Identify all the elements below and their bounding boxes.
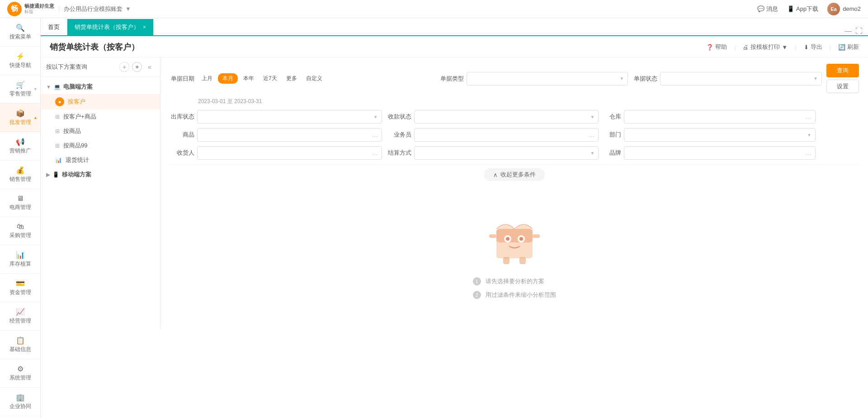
tip1-text: 请先选择要分析的方案 bbox=[486, 277, 544, 285]
sidebar-item-purchase-mgmt[interactable]: 🛍 采购管理 bbox=[0, 217, 40, 245]
ops-icon: 📈 bbox=[2, 308, 38, 316]
collapse-more-btn[interactable]: ∧ 收起更多条件 bbox=[484, 168, 545, 181]
dept-label: 部门 bbox=[603, 131, 621, 139]
inventory-icon: 📊 bbox=[2, 251, 38, 259]
download-icon: 📱 bbox=[787, 5, 794, 12]
sidebar-item-search-menu[interactable]: 🔍 搜索菜单 bbox=[0, 18, 40, 47]
grid-icon-3: ⊞ bbox=[55, 142, 60, 149]
tab-sales-stats[interactable]: 销货单统计表（按客户） × bbox=[67, 19, 154, 35]
doc-status-select[interactable]: ▼ bbox=[660, 72, 822, 86]
scheme-by-product[interactable]: ⊞ 按商品 bbox=[41, 124, 160, 138]
sidebar-item-ops-mgmt[interactable]: 📈 经营管理 bbox=[0, 302, 40, 331]
scheme-collect-btn[interactable]: ★ bbox=[132, 62, 142, 72]
sidebar-item-inventory[interactable]: 📊 库存核算 bbox=[0, 245, 40, 274]
doc-type-label: 单据类型 bbox=[439, 75, 464, 83]
settlement-select[interactable]: ▼ bbox=[414, 146, 599, 160]
tab-close-btn[interactable]: × bbox=[143, 24, 146, 30]
brand-input[interactable]: … bbox=[624, 146, 816, 160]
print-template-btn[interactable]: 🖨 按模板打印 ▼ bbox=[743, 43, 788, 51]
tab-maximize-btn[interactable]: ⛶ bbox=[855, 27, 863, 35]
settlement-dropdown-icon: ▼ bbox=[590, 151, 594, 156]
tab-minimize-btn[interactable]: — bbox=[844, 27, 852, 35]
expand-desktop-icon: ▼ bbox=[46, 84, 51, 90]
sidebar-item-basic-info[interactable]: 📋 基础信息 bbox=[0, 331, 40, 359]
help-btn[interactable]: ❓ 帮助 bbox=[706, 43, 727, 51]
active-circle-icon: ● bbox=[55, 97, 64, 106]
sidebar-item-marketing[interactable]: 📢 营销推广 bbox=[0, 132, 40, 161]
brand-name: 畅捷通好生意 bbox=[24, 3, 54, 9]
scheme-by-product-99[interactable]: ⊞ 按商品99 bbox=[41, 138, 160, 153]
svg-rect-9 bbox=[519, 257, 526, 264]
scheme-add-btn[interactable]: + bbox=[119, 62, 129, 72]
help-icon: ❓ bbox=[706, 44, 713, 51]
sidebar-item-retail-mgmt[interactable]: 🛒 零售管理 ▼ bbox=[0, 75, 40, 104]
mobile-group-node[interactable]: ▶ 📱 移动端方案 bbox=[41, 167, 160, 182]
page-title: 销货单统计表（按客户） bbox=[50, 42, 139, 52]
sidebar-item-sales-mgmt[interactable]: 💰 销售管理 bbox=[0, 161, 40, 189]
sidebar-item-enterprise[interactable]: 🏢 企业协同 bbox=[0, 388, 40, 416]
svg-point-4 bbox=[506, 237, 509, 241]
scheme-by-customer[interactable]: ● 按客户 bbox=[41, 94, 160, 109]
app-download-btn[interactable]: 📱 App下载 bbox=[787, 5, 818, 13]
sidebar-item-ecom-mgmt[interactable]: 🖥 电商管理 bbox=[0, 189, 40, 217]
date-tab-last7d[interactable]: 近7天 bbox=[259, 73, 281, 84]
date-tab-this-month[interactable]: 本月 bbox=[218, 73, 238, 84]
purchase-icon: 🛍 bbox=[2, 223, 38, 231]
consignee-input[interactable]: … bbox=[197, 146, 382, 160]
sales-icon: 💰 bbox=[2, 166, 38, 175]
date-label: 单据日期 bbox=[170, 75, 194, 83]
payment-dropdown-icon: ▼ bbox=[590, 114, 594, 119]
brand-label: 品牌 bbox=[603, 149, 621, 157]
date-tab-last-month[interactable]: 上月 bbox=[198, 73, 216, 84]
query-btn[interactable]: 查询 bbox=[826, 64, 859, 77]
tip2-num: 2 bbox=[473, 291, 481, 299]
sidebar-item-sys-mgmt[interactable]: ⚙ 系统管理 bbox=[0, 359, 40, 388]
refresh-btn[interactable]: 🔄 刷新 bbox=[838, 43, 859, 51]
brand-logo: 畅 畅捷通好生意 标版 bbox=[7, 2, 54, 16]
svg-rect-8 bbox=[503, 257, 509, 264]
date-tab-custom[interactable]: 自定义 bbox=[302, 73, 326, 84]
warehouse-input[interactable]: … bbox=[624, 110, 816, 124]
enterprise-icon: 🏢 bbox=[2, 393, 38, 402]
consignee-label: 收货人 bbox=[170, 149, 194, 157]
sidebar-item-wholesale-mgmt[interactable]: 📦 批发管理 ▲ bbox=[0, 104, 40, 132]
doc-type-select[interactable]: ▼ bbox=[467, 72, 628, 86]
search-menu-icon: 🔍 bbox=[2, 24, 38, 32]
tip1-num: 1 bbox=[473, 277, 481, 285]
tip2-text: 用过滤条件来缩小分析范围 bbox=[486, 291, 556, 299]
print-icon: 🖨 bbox=[743, 44, 749, 51]
date-tab-more[interactable]: 更多 bbox=[283, 73, 301, 84]
sidebar-item-newbie[interactable]: 🎓 新手引导 bbox=[0, 416, 40, 418]
payment-select[interactable]: ▼ bbox=[414, 110, 599, 124]
date-tab-this-year[interactable]: 本年 bbox=[240, 73, 258, 84]
dept-select[interactable]: ▼ bbox=[624, 128, 816, 142]
svg-rect-6 bbox=[489, 234, 496, 238]
product-label: 商品 bbox=[170, 131, 194, 139]
quick-nav-icon: ⚡ bbox=[2, 52, 38, 61]
user-avatar[interactable]: Ea demo2 bbox=[827, 3, 861, 15]
message-btn[interactable]: 💬 消息 bbox=[757, 5, 778, 13]
settings-btn[interactable]: 设置 bbox=[826, 80, 859, 93]
sidebar-item-quick-nav[interactable]: ⚡ 快捷导航 bbox=[0, 47, 40, 75]
sidebar-item-finance[interactable]: 💳 资金管理 bbox=[0, 274, 40, 302]
doc-status-dropdown-icon: ▼ bbox=[813, 76, 818, 81]
workspace-dropdown-icon[interactable]: ▼ bbox=[125, 5, 131, 12]
avatar-initials: Ea bbox=[831, 6, 837, 12]
scheme-by-customer-product[interactable]: ⊞ 按客户+商品 bbox=[41, 109, 160, 124]
print-dropdown-icon: ▼ bbox=[782, 44, 788, 51]
export-btn[interactable]: ⬇ 导出 bbox=[804, 43, 822, 51]
product-input[interactable]: … bbox=[197, 128, 382, 142]
consignee-dots: … bbox=[372, 149, 378, 157]
outbound-select[interactable]: ▼ bbox=[197, 110, 382, 124]
collapse-icon: « bbox=[148, 63, 151, 71]
staff-input[interactable]: … bbox=[414, 128, 599, 142]
payment-label: 收款状态 bbox=[387, 113, 411, 121]
scheme-collapse-btn[interactable]: « bbox=[145, 62, 155, 72]
svg-point-5 bbox=[519, 237, 523, 241]
tab-home[interactable]: 首页 bbox=[41, 19, 67, 35]
dept-dropdown-icon: ▼ bbox=[807, 133, 811, 138]
staff-dots: … bbox=[588, 131, 594, 138]
outbound-dropdown-icon: ▼ bbox=[373, 114, 378, 119]
desktop-group-node[interactable]: ▼ 💻 电脑端方案 bbox=[41, 80, 160, 94]
scheme-return-stats[interactable]: 📊 退货统计 bbox=[41, 153, 160, 167]
